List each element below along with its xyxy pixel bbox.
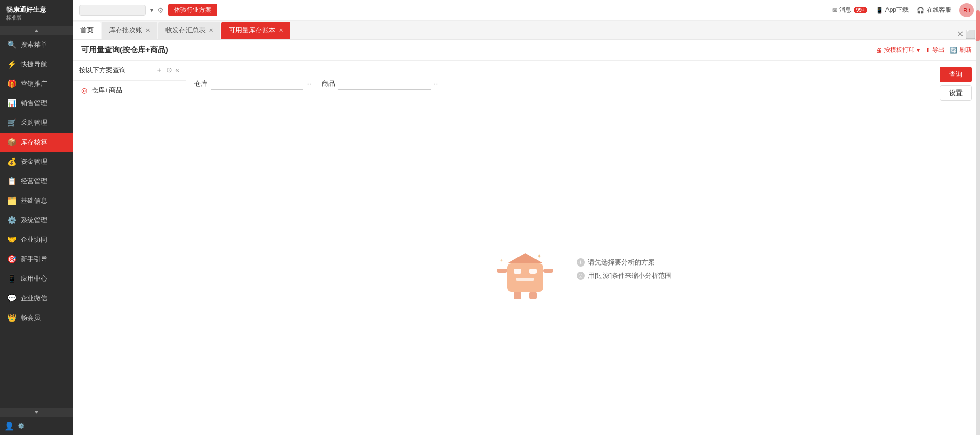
tab-available[interactable]: 可用量库存账本 ✕ <box>221 22 290 39</box>
tab-batch[interactable]: 库存批次账 ✕ <box>102 22 157 39</box>
print-icon: 🖨 <box>876 47 882 54</box>
product-field: 商品 ··· <box>322 78 439 90</box>
sidebar-item-purchase[interactable]: 🛒 采购管理 <box>0 113 73 133</box>
tab-available-close[interactable]: ✕ <box>279 27 283 34</box>
sidebar-item-finance[interactable]: 💰 资金管理 <box>0 152 73 172</box>
main-container: ▾ ⚙ 体验行业方案 ✉ 消息 99+ 📱 App下载 🎧 在线客服 Rit <box>73 0 980 435</box>
settings-icon[interactable]: ⚙ <box>157 6 164 14</box>
sidebar-item-shortcut[interactable]: ⚡ 快捷导航 <box>0 54 73 74</box>
print-btn[interactable]: 🖨 按模板打印 ▾ <box>876 46 920 54</box>
sidebar-item-cooperation[interactable]: 🤝 企业协同 <box>0 230 73 250</box>
product-label: 商品 <box>322 79 335 88</box>
page-header: 可用量查询(按仓库+商品) 🖨 按模板打印 ▾ ⬆ 导出 🔄 刷新 <box>73 40 980 61</box>
print-label: 按模板打印 <box>884 46 915 54</box>
sidebar-nav: 🔍 搜索菜单 ⚡ 快捷导航 🎁 营销推广 📊 销售管理 🛒 采购管理 📦 库存核… <box>0 35 73 408</box>
user-avatar[interactable]: Rit <box>959 3 974 17</box>
warehouse-input[interactable] <box>211 78 303 90</box>
tip-text-1: 请先选择要分析的方案 <box>588 258 655 267</box>
product-input[interactable] <box>338 78 431 90</box>
sidebar-item-member[interactable]: 👑 畅会员 <box>0 308 73 328</box>
message-badge: 99+ <box>854 7 867 13</box>
tab-summary-close[interactable]: ✕ <box>209 27 213 34</box>
sidebar-item-label: 畅会员 <box>21 313 41 323</box>
filter-add-btn[interactable]: ＋ <box>156 66 163 75</box>
apps-icon: 📱 <box>7 274 16 283</box>
sidebar-item-label: 采购管理 <box>21 118 47 127</box>
sidebar-item-label: 经营管理 <box>21 177 47 186</box>
svg-rect-6 <box>543 269 553 273</box>
industry-btn[interactable]: 体验行业方案 <box>168 4 217 16</box>
refresh-btn[interactable]: 🔄 刷新 <box>950 46 972 54</box>
sidebar-item-sales[interactable]: 📊 销售管理 <box>0 93 73 113</box>
warehouse-more-btn[interactable]: ··· <box>306 80 311 87</box>
query-fields: 仓库 ··· 商品 ··· 查询 设置 <box>186 61 980 107</box>
sidebar-item-wechat[interactable]: 💬 企业微信 <box>0 289 73 308</box>
export-btn[interactable]: ⬆ 导出 <box>925 46 945 54</box>
marketing-icon: 🎁 <box>7 79 16 88</box>
page-actions: 🖨 按模板打印 ▾ ⬆ 导出 🔄 刷新 <box>876 46 972 54</box>
sidebar-item-label: 基础信息 <box>21 196 47 205</box>
scheme-icon: ◎ <box>81 86 87 94</box>
filter-collapse-btn[interactable]: « <box>175 66 179 75</box>
top-bar-right: ✉ 消息 99+ 📱 App下载 🎧 在线客服 Rit <box>832 3 974 17</box>
filter-scheme-item[interactable]: ◎ 仓库+商品 <box>73 81 186 100</box>
svg-text:✦: ✦ <box>500 258 503 263</box>
tip-num-2: ② <box>577 272 585 280</box>
right-scrollbar[interactable] <box>976 61 980 435</box>
warehouse-field: 仓库 ··· <box>194 78 311 90</box>
svg-rect-4 <box>516 278 534 281</box>
sidebar-item-apps[interactable]: 📱 应用中心 <box>0 269 73 289</box>
tab-summary[interactable]: 收发存汇总表 ✕ <box>158 22 220 39</box>
page-title: 可用量查询(按仓库+商品) <box>81 45 876 55</box>
tab-summary-label: 收发存汇总表 <box>165 26 206 35</box>
sidebar-item-search[interactable]: 🔍 搜索菜单 <box>0 35 73 54</box>
user-avatar-small: 👤 <box>4 421 14 431</box>
tab-home[interactable]: 首页 <box>73 22 101 39</box>
app-download-btn[interactable]: 📱 App下载 <box>876 6 909 14</box>
sidebar: 畅康通好生意 标准版 ▲ 🔍 搜索菜单 ⚡ 快捷导航 🎁 营销推广 📊 销售管理… <box>0 0 73 435</box>
sidebar-logo: 畅康通好生意 标准版 <box>0 0 73 26</box>
sidebar-scroll-up[interactable]: ▲ <box>0 26 73 35</box>
inventory-icon: 📦 <box>7 138 16 147</box>
message-btn[interactable]: ✉ 消息 99+ <box>832 6 867 14</box>
purchase-icon: 🛒 <box>7 118 16 127</box>
tab-batch-label: 库存批次账 <box>109 26 142 35</box>
svg-rect-2 <box>514 269 521 274</box>
export-icon: ⬆ <box>925 47 930 54</box>
sidebar-item-operations[interactable]: 📋 经营管理 <box>0 172 73 191</box>
sidebar-item-label: 资金管理 <box>21 157 47 166</box>
top-search-input[interactable] <box>79 5 146 16</box>
tab-batch-close[interactable]: ✕ <box>145 27 150 34</box>
sidebar-item-inventory[interactable]: 📦 库存核算 <box>0 133 73 152</box>
sidebar-item-label: 销售管理 <box>21 99 47 108</box>
query-btn[interactable]: 查询 <box>940 67 972 82</box>
online-service-btn[interactable]: 🎧 在线客服 <box>917 6 951 14</box>
sidebar-item-system[interactable]: ⚙️ 系统管理 <box>0 211 73 230</box>
sidebar-item-marketing[interactable]: 🎁 营销推广 <box>0 74 73 93</box>
tab-close-all-btn[interactable]: ✕ <box>957 29 964 39</box>
empty-tip-1: ① 请先选择要分析的方案 <box>577 258 672 267</box>
tip-text-2: 用[过滤]条件来缩小分析范围 <box>588 271 672 280</box>
tab-home-label: 首页 <box>80 26 94 35</box>
print-dropdown-icon[interactable]: ▾ <box>917 47 920 54</box>
sidebar-item-basic[interactable]: 🗂️ 基础信息 <box>0 191 73 211</box>
dropdown-icon[interactable]: ▾ <box>150 7 153 14</box>
filter-scheme-label: 仓库+商品 <box>91 86 122 95</box>
settings-btn[interactable]: 设置 <box>940 85 972 101</box>
member-icon: 👑 <box>7 313 16 323</box>
svg-rect-3 <box>529 269 537 274</box>
filter-header-icons: ＋ ⊙ « <box>156 66 179 75</box>
app-icon: 📱 <box>876 7 883 14</box>
svg-text:✦: ✦ <box>537 253 542 260</box>
sidebar-scroll-down[interactable]: ▼ <box>0 408 73 417</box>
service-icon: 🎧 <box>917 7 924 14</box>
sidebar-item-guide[interactable]: 🎯 新手引导 <box>0 250 73 269</box>
system-icon: ⚙️ <box>7 216 16 225</box>
empty-tips: ① 请先选择要分析的方案 ② 用[过滤]条件来缩小分析范围 <box>577 258 672 285</box>
tab-expand-btn[interactable]: ⬜ <box>966 29 976 39</box>
wechat-icon: 💬 <box>7 294 16 303</box>
filter-settings-btn[interactable]: ⊙ <box>166 66 172 75</box>
tab-bar: 首页 库存批次账 ✕ 收发存汇总表 ✕ 可用量库存账本 ✕ ✕ ⬜ <box>73 21 980 40</box>
product-more-btn[interactable]: ··· <box>434 80 439 87</box>
filter-header: 按以下方案查询 ＋ ⊙ « <box>73 61 186 81</box>
